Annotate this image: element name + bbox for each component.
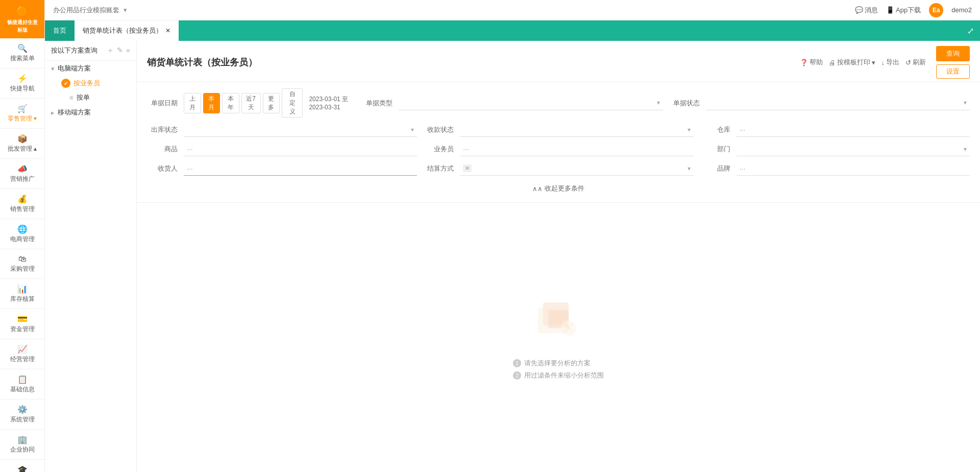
sidebar-item-system[interactable]: ⚙️ 系统管理 [0,399,44,430]
goods-dots-icon[interactable]: ··· [187,145,193,153]
brand-control[interactable]: ··· [737,161,970,176]
date-btn-custom[interactable]: 自定义 [282,88,303,117]
date-btn-last-7[interactable]: 近7天 [241,93,261,113]
query-button[interactable]: 查询 [936,46,970,61]
right-panel: 销货单统计表（按业务员） ❓ 帮助 🖨 按模板打印 ▾ ↓ 导出 [137,41,980,472]
sidebar-item-sales[interactable]: 💰 销售管理 [0,189,44,219]
purchase-icon: 🛍 [2,254,42,264]
empty-hints: 1 请先选择要分析的方案 2 用过滤条件来缩小分析范围 [513,359,604,383]
warehouse-control[interactable]: ··· [737,123,970,137]
help-btn[interactable]: ❓ 帮助 [800,58,823,67]
print-btn[interactable]: 🖨 按模板打印 ▾ [829,58,875,67]
sidebar-item-enterprise[interactable]: 🏢 企业协同 [0,430,44,460]
order-status-dropdown-icon[interactable]: ▾ [964,99,967,106]
system-icon: ⚙️ [2,405,42,414]
settlement-dropdown-icon[interactable]: ▾ [688,165,691,172]
sidebar-item-purchase[interactable]: 🛍 采购管理 [0,249,44,279]
tree-node-by-salesperson[interactable]: ✔ 按业务员 [57,76,136,90]
export-icon: ↓ [881,59,885,66]
header-right: 💬 消息 📱 App下载 Ea demo2 [855,3,972,17]
search-icon: 🔍 [2,43,42,53]
panel-title: 按以下方案查询 [51,46,97,55]
tab-home-label: 首页 [53,26,66,35]
setting-button[interactable]: 设置 [936,64,970,79]
top-header: 办公用品行业模拟账套 ▾ 💬 消息 📱 App下载 Ea demo2 [45,0,980,20]
tree-label-salesperson: 按业务员 [74,79,100,88]
receiver-control[interactable]: ··· [184,161,417,176]
date-label: 单据日期 [147,99,178,108]
system-dropdown-icon[interactable]: ▾ [124,6,127,14]
sidebar-item-ecommerce[interactable]: 🌐 电商管理 [0,219,44,249]
order-type-control[interactable]: ▾ [399,96,663,110]
brand-dots-icon[interactable]: ··· [740,164,746,173]
salesperson-dots-icon[interactable]: ··· [463,145,469,153]
avatar[interactable]: Ea [929,3,943,17]
panel-header: 按以下方案查询 ＋ ✎ « [45,41,136,61]
filter-row-1: 单据日期 上月 本月 本年 近7天 更多 自定义 2023-03-01 至 20… [147,88,970,117]
message-btn[interactable]: 💬 消息 [855,6,878,15]
sidebar-item-marketing[interactable]: 📣 营销推广 [0,159,44,189]
goods-label: 商品 [147,145,178,154]
order-status-label: 单据状态 [669,99,700,108]
filter-area: 单据日期 上月 本月 本年 近7天 更多 自定义 2023-03-01 至 20… [137,82,980,203]
tab-sales-stat[interactable]: 销货单统计表（按业务员） ✕ [75,20,179,41]
order-type-dropdown-icon[interactable]: ▾ [657,99,660,106]
settlement-tag-close[interactable]: ✕ [463,164,472,172]
department-dropdown-icon[interactable]: ▾ [964,146,967,153]
sidebar-item-retail[interactable]: 🛒 零售管理 ▾ [0,99,44,129]
tab-expand-icon[interactable]: ⤢ [961,26,980,36]
sidebar-item-label: 搜索菜单 [10,55,35,62]
tree-node-by-order[interactable]: ≡ 按单 [57,90,136,105]
sidebar-item-label: 零售管理 [8,115,32,122]
payment-status-dropdown-icon[interactable]: ▾ [688,126,691,133]
retail-icon: 🛒 [2,104,42,113]
date-btn-this-month[interactable]: 本月 [203,93,220,113]
tree-node-desktop[interactable]: ▾ 电脑端方案 [45,61,136,76]
sidebar-item-finance[interactable]: 💳 资金管理 [0,309,44,339]
department-label: 部门 [700,145,730,154]
app-logo: 🟠 畅捷通好生意标版 [0,0,44,38]
export-btn[interactable]: ↓ 导出 [881,58,900,67]
date-btn-this-year[interactable]: 本年 [222,93,239,113]
tab-home[interactable]: 首页 [45,20,75,41]
help-icon: ❓ [800,59,808,66]
collapse-panel-icon[interactable]: « [126,46,130,55]
system-name: 办公用品行业模拟账套 [53,6,119,15]
ship-status-dropdown-icon[interactable]: ▾ [411,126,414,133]
refresh-icon: ↺ [905,59,911,66]
receiver-dots-icon[interactable]: ··· [187,164,193,173]
sales-icon: 💰 [2,194,42,204]
sidebar-item-basic[interactable]: 📋 基础信息 [0,369,44,399]
department-control[interactable]: ▾ [737,142,970,156]
edit-scheme-icon[interactable]: ✎ [117,46,123,55]
left-panel: 按以下方案查询 ＋ ✎ « ▾ 电脑端方案 ✔ 按业务员 ≡ 按单 [45,41,137,472]
date-btn-more[interactable]: 更多 [263,93,280,113]
app-download-btn[interactable]: 📱 App下载 [886,6,921,15]
goods-control[interactable]: ··· [184,142,417,156]
sidebar-item-inventory[interactable]: 📊 库存核算 [0,279,44,309]
collapse-btn[interactable]: ∧∧ 收起更多条件 [529,181,587,196]
quick-icon: ⚡ [2,74,42,83]
order-status-control[interactable]: ▾ [706,96,970,110]
main-area: 办公用品行业模拟账套 ▾ 💬 消息 📱 App下载 Ea demo2 首页 销货… [45,0,980,472]
payment-status-control[interactable]: ▾ [460,123,693,137]
sidebar-item-quick[interactable]: ⚡ 快捷导航 [0,68,44,99]
add-scheme-icon[interactable]: ＋ [107,46,114,55]
print-dropdown-icon: ▾ [872,59,875,66]
salesperson-control[interactable]: ··· [460,142,693,156]
sidebar-item-label: 系统管理 [10,416,35,423]
filter-row-3: 商品 ··· 业务员 ··· 部门 ▾ [147,142,970,156]
tab-close-icon[interactable]: ✕ [165,27,170,34]
page-title-bar: 销货单统计表（按业务员） ❓ 帮助 🖨 按模板打印 ▾ ↓ 导出 [137,41,980,82]
refresh-btn[interactable]: ↺ 刷新 [905,58,926,67]
empty-illustration [528,292,589,350]
date-btn-last-month[interactable]: 上月 [184,93,201,113]
tree-node-mobile[interactable]: ▸ 移动端方案 [45,105,136,120]
sidebar-item-search[interactable]: 🔍 搜索菜单 [0,38,44,68]
sidebar-item-operation[interactable]: 📈 经营管理 [0,339,44,369]
sidebar-item-wholesale[interactable]: 📦 批发管理 ▴ [0,129,44,159]
ship-status-control[interactable]: ▾ [184,123,417,137]
settlement-control[interactable]: ✕ ▾ [460,161,693,176]
sidebar-item-newbie[interactable]: 🎓 新手引导 [0,460,44,472]
warehouse-dots-icon[interactable]: ··· [740,126,746,134]
